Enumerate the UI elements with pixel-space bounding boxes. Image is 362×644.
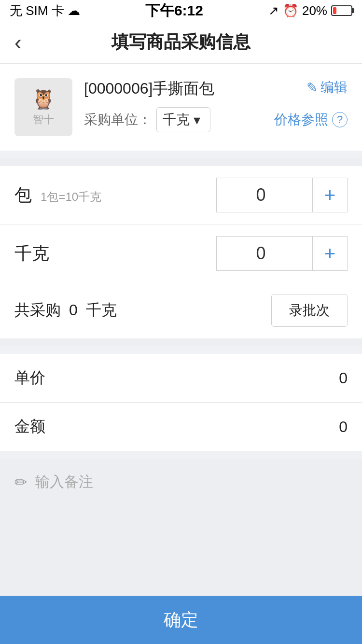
bag-input-row: 包 1包=10千克 + <box>0 166 362 224</box>
battery-icon <box>331 5 352 16</box>
status-bar: 无 SIM 卡 ☁ 下午6:12 ↗ ⏰ 20% <box>0 0 362 21</box>
edit-link[interactable]: ✎ 编辑 <box>306 78 348 97</box>
status-left: 无 SIM 卡 ☁ <box>10 2 80 19</box>
unit-price-value: 0 <box>339 369 348 387</box>
bag-label: 包 <box>14 185 32 205</box>
battery-percent: 20% <box>302 3 327 18</box>
product-thumbnail: 🦉 智十 <box>14 78 72 136</box>
price-section: 单价 0 金额 0 <box>0 354 362 451</box>
status-right: ↗ ⏰ 20% <box>268 3 352 18</box>
product-name: [0000006]手撕面包 <box>84 78 214 99</box>
product-unit-row: 采购单位： 千克 ▾ 价格参照 ? <box>84 107 348 132</box>
chevron-down-icon: ▾ <box>194 112 200 128</box>
bag-sub-label: 1包=10千克 <box>41 190 101 203</box>
status-time: 下午6:12 <box>145 1 203 21</box>
edit-icon: ✎ <box>306 80 318 96</box>
page-title: 填写商品采购信息 <box>111 30 251 54</box>
divider-1 <box>0 158 362 166</box>
bag-label-group: 包 1包=10千克 <box>14 183 216 207</box>
amount-row: 金额 0 <box>0 403 362 451</box>
unit-value: 千克 <box>163 111 190 129</box>
unit-select[interactable]: 千克 ▾ <box>156 107 210 132</box>
bag-input-group: + <box>216 178 348 212</box>
total-unit: 千克 <box>86 301 117 319</box>
kg-input-group: + <box>216 236 348 271</box>
owl-icon: 🦉 <box>31 88 56 111</box>
price-ref-button[interactable]: 价格参照 ? <box>274 111 348 129</box>
unit-prefix: 采购单位： <box>84 111 152 129</box>
divider-2 <box>0 338 362 346</box>
info-icon: ? <box>332 112 348 127</box>
unit-price-row: 单价 0 <box>0 354 362 403</box>
product-info: [0000006]手撕面包 ✎ 编辑 采购单位： 千克 ▾ 价格参照 ? <box>84 78 348 132</box>
total-prefix: 共采购 <box>14 301 61 319</box>
input-section: 包 1包=10千克 + 千克 + <box>0 166 362 282</box>
total-amount: 0 <box>69 301 78 319</box>
unit-price-label: 单价 <box>14 367 45 389</box>
total-text: 共采购 0 千克 <box>14 300 117 321</box>
location-icon: ↗ <box>268 3 279 18</box>
bag-plus-button[interactable]: + <box>313 178 348 212</box>
alarm-icon: ⏰ <box>283 3 298 18</box>
kg-number-input[interactable] <box>216 236 313 271</box>
no-sim-label: 无 SIM 卡 ☁ <box>10 2 80 19</box>
confirm-button[interactable]: 确定 <box>0 596 362 644</box>
amount-label: 金额 <box>14 416 45 437</box>
kg-input-row: 千克 + <box>0 224 362 282</box>
kg-plus-button[interactable]: + <box>313 236 348 271</box>
product-card: 🦉 智十 [0000006]手撕面包 ✎ 编辑 采购单位： 千克 ▾ 价格参照 … <box>0 64 362 151</box>
edit-label: 编辑 <box>320 78 348 97</box>
batch-button[interactable]: 录批次 <box>271 294 348 327</box>
bag-number-input[interactable] <box>216 178 313 212</box>
nav-bar: ‹ 填写商品采购信息 <box>0 21 362 64</box>
back-button[interactable]: ‹ <box>14 30 22 55</box>
kg-label: 千克 <box>14 242 216 266</box>
pencil-icon: ✏ <box>14 473 28 491</box>
price-ref-label: 价格参照 <box>274 111 328 129</box>
total-section: 共采购 0 千克 录批次 <box>0 282 362 338</box>
brand-label: 智十 <box>33 112 54 127</box>
unit-label: 采购单位： 千克 ▾ <box>84 107 210 132</box>
product-header: [0000006]手撕面包 ✎ 编辑 <box>84 78 348 99</box>
amount-value: 0 <box>339 418 348 436</box>
notes-placeholder: 输入备注 <box>35 472 93 492</box>
